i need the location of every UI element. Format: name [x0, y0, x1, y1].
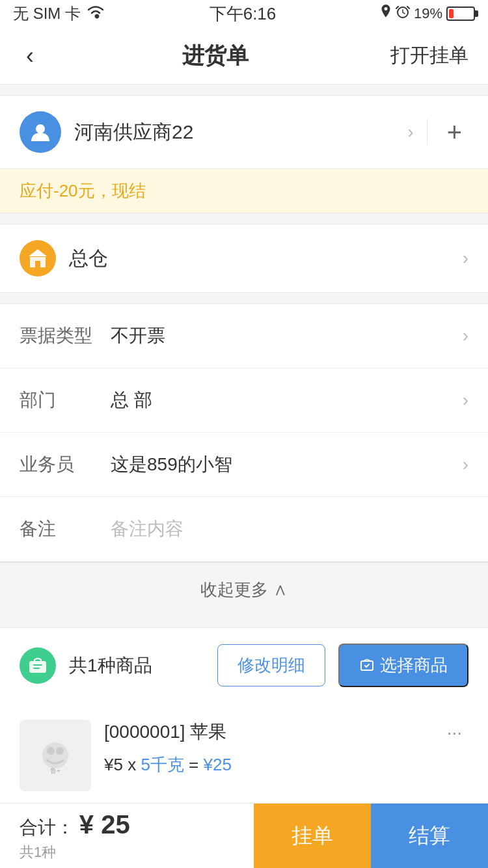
product-total: ¥25 — [204, 755, 232, 774]
product-header: 共1种商品 修改明细 选择商品 — [0, 628, 488, 703]
section-gap-1 — [0, 85, 488, 95]
product-header-icon — [20, 647, 56, 684]
collapse-more-button[interactable]: 收起更多 ∧ — [0, 562, 488, 617]
department-row[interactable]: 部门 总 部 › — [0, 368, 488, 433]
svg-rect-5 — [29, 661, 46, 673]
total-label: 合计： — [20, 817, 74, 837]
total-amount: ¥ 25 — [79, 810, 130, 839]
nav-bar: ‹ 进货单 打开挂单 — [0, 27, 488, 85]
supplier-row: 河南供应商22 › + — [0, 96, 488, 169]
product-count-text: 共1种商品 — [69, 653, 204, 678]
supplier-section: 河南供应商22 › + 应付-20元，现结 — [0, 95, 488, 213]
page-title: 进货单 — [182, 41, 249, 71]
salesperson-row[interactable]: 业务员 这是859的小智 › — [0, 433, 488, 497]
warehouse-name: 总仓 — [69, 245, 456, 272]
alarm-icon — [396, 5, 410, 23]
svg-point-10 — [47, 747, 55, 755]
battery-percentage: 19% — [414, 5, 442, 22]
section-gap-4 — [0, 617, 488, 627]
warehouse-icon — [20, 240, 56, 277]
bottom-bar: 合计： ¥ 25 共1种 挂单 结算 — [0, 803, 488, 868]
department-chevron-icon: › — [463, 390, 468, 411]
product-info: [0000001] 苹果 ¥5 x 5千克 = ¥25 — [104, 720, 427, 776]
svg-point-9 — [42, 742, 68, 768]
back-button[interactable]: ‹ — [20, 36, 40, 76]
invoice-type-value: 不开票 — [98, 323, 456, 348]
status-time: 下午6:16 — [210, 3, 277, 25]
warehouse-chevron-icon: › — [463, 248, 468, 269]
section-gap-3 — [0, 293, 488, 303]
wifi-icon — [86, 5, 105, 23]
location-icon — [380, 5, 392, 23]
remark-input[interactable]: 备注内容 — [98, 517, 468, 541]
department-label: 部门 — [20, 388, 98, 413]
battery-icon — [446, 5, 475, 22]
salesperson-label: 业务员 — [20, 452, 98, 477]
status-bar: 无 SIM 卡 下午6:16 19% — [0, 0, 488, 27]
svg-point-1 — [36, 124, 45, 133]
product-thumbnail: 鲁+ — [20, 720, 91, 791]
checkout-button[interactable]: 结算 — [371, 804, 488, 869]
multiply-icon: x — [128, 755, 136, 774]
invoice-type-label: 票据类型 — [20, 323, 98, 348]
product-price: ¥5 x 5千克 = ¥25 — [104, 753, 427, 776]
total-section: 合计： ¥ 25 共1种 — [0, 810, 254, 862]
svg-rect-7 — [33, 668, 40, 669]
add-supplier-button[interactable]: + — [441, 118, 468, 147]
select-product-label: 选择商品 — [380, 654, 448, 677]
total-sub: 共1种 — [20, 843, 234, 862]
product-quantity: 5千克 — [141, 755, 183, 774]
product-code: [0000001] — [104, 722, 185, 742]
svg-rect-4 — [35, 261, 40, 267]
invoice-type-row[interactable]: 票据类型 不开票 › — [0, 304, 488, 368]
hang-button[interactable]: 挂单 — [254, 804, 371, 869]
carrier-text: 无 SIM 卡 — [13, 3, 81, 24]
price-unit: ¥5 — [104, 755, 123, 774]
product-item: 鲁+ [0000001] 苹果 ¥5 x 5千克 = ¥25 ··· — [0, 704, 488, 807]
product-name: [0000001] 苹果 — [104, 720, 427, 744]
status-right: 19% — [380, 5, 475, 23]
equals-sign: = — [189, 755, 198, 774]
salesperson-chevron-icon: › — [463, 454, 468, 475]
section-gap-2 — [0, 213, 488, 224]
product-title: 苹果 — [190, 722, 226, 742]
warning-banner: 应付-20元，现结 — [0, 169, 488, 213]
supplier-avatar — [20, 111, 61, 153]
open-hang-button[interactable]: 打开挂单 — [390, 42, 468, 69]
select-product-button[interactable]: 选择商品 — [338, 644, 468, 687]
total-main: 合计： ¥ 25 — [20, 810, 234, 840]
department-value: 总 部 — [98, 388, 456, 413]
product-section: 共1种商品 修改明细 选择商品 鲁+ [0000001] 苹果 — [0, 627, 488, 807]
status-left: 无 SIM 卡 — [13, 3, 105, 24]
form-section: 票据类型 不开票 › 部门 总 部 › 业务员 这是859的小智 › 备注 备注… — [0, 303, 488, 562]
edit-detail-button[interactable]: 修改明细 — [217, 644, 325, 686]
invoice-type-chevron-icon: › — [463, 325, 468, 346]
svg-marker-3 — [29, 249, 47, 256]
svg-text:鲁+: 鲁+ — [50, 767, 61, 774]
svg-point-11 — [56, 747, 64, 755]
salesperson-value: 这是859的小智 — [98, 452, 456, 477]
remark-row[interactable]: 备注 备注内容 — [0, 497, 488, 562]
warehouse-row[interactable]: 总仓 › — [0, 224, 488, 292]
warehouse-section: 总仓 › — [0, 224, 488, 293]
supplier-name[interactable]: 河南供应商22 — [74, 119, 401, 146]
product-more-button[interactable]: ··· — [441, 720, 468, 746]
remark-label: 备注 — [20, 517, 98, 541]
svg-rect-6 — [33, 664, 42, 666]
vertical-divider — [427, 119, 427, 145]
supplier-chevron-icon: › — [407, 122, 413, 142]
